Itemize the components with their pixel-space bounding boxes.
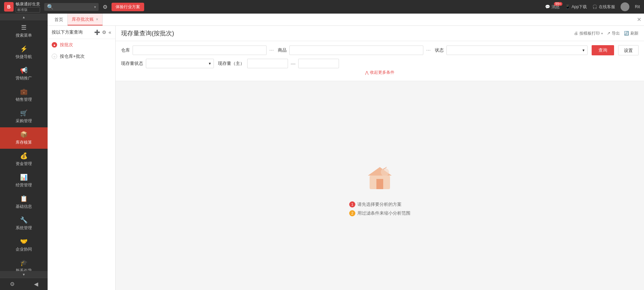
scheme-dot-batch: ● xyxy=(52,42,57,48)
print-dropdown-icon[interactable]: ▾ xyxy=(601,32,603,35)
sidebar-settings-icon[interactable]: ⚙ xyxy=(10,281,15,287)
status-label: 状态 xyxy=(435,47,444,53)
filter-row-2: 现存量状态 ▾ 现存量（主） — xyxy=(121,59,639,68)
svg-point-3 xyxy=(381,168,389,176)
scheme-settings-icon[interactable]: ⚙ xyxy=(102,30,106,35)
sidebar-item-purchase[interactable]: 🛒 采购管理 xyxy=(0,106,48,127)
scheme-dot-warehouse: ○ xyxy=(52,54,57,59)
sidebar-item-marketing[interactable]: 📢 营销推广 xyxy=(0,63,48,85)
sidebar-item-system[interactable]: 🔧 系统管理 xyxy=(0,213,48,234)
sidebar-item-newbie[interactable]: 🎓 新手引导 xyxy=(0,256,48,271)
warehouse-input[interactable] xyxy=(133,46,267,55)
right-main: 现存量查询(按批次) 🖨 按模板打印 ▾ ↗ 导出 🔄 xyxy=(116,26,644,290)
scheme-item-batch[interactable]: ● 按批次 xyxy=(48,39,115,51)
warehouse-dots-icon[interactable]: ··· xyxy=(269,47,274,53)
search-menu-icon: ☰ xyxy=(21,24,27,31)
svg-rect-2 xyxy=(376,179,383,189)
edition-badge: 标准版 xyxy=(16,7,40,13)
scheme-collapse-icon[interactable]: « xyxy=(108,30,111,35)
sidebar-item-operations[interactable]: 📊 经营管理 xyxy=(0,170,48,192)
messages-btn[interactable]: 💬 消息 99+ xyxy=(545,4,560,10)
main-layout: ▲ ☰ 搜索菜单 ⚡ 快捷导航 📢 营销推广 💼 销售管理 🛒 采购管理 xyxy=(0,14,644,290)
inventory-qty-to[interactable] xyxy=(298,59,339,68)
sidebar-label-basic: 基础信息 xyxy=(16,204,32,210)
sidebar-scroll-down[interactable]: ▼ xyxy=(0,271,48,278)
collapse-label: 收起更多条件 xyxy=(370,70,394,75)
user-name[interactable]: Rit xyxy=(635,4,640,9)
sidebar-item-enterprise[interactable]: 🤝 企业协同 xyxy=(0,234,48,256)
scheme-panel-title: 按以下方案查询 xyxy=(52,29,83,35)
sidebar-label-newbie: 新手引导 xyxy=(16,268,32,271)
sidebar-scroll-up[interactable]: ▲ xyxy=(0,14,48,20)
sidebar-label-purchase: 采购管理 xyxy=(16,118,32,124)
scheme-label-batch: 按批次 xyxy=(60,42,73,48)
print-btn[interactable]: 🖨 按模板打印 ▾ xyxy=(574,31,603,36)
sidebar-label-marketing: 营销推广 xyxy=(16,75,32,81)
collapse-btn[interactable]: ⋀ 收起更多条件 xyxy=(121,68,639,77)
purchase-icon: 🛒 xyxy=(20,109,28,117)
sidebar-label-search: 搜索菜单 xyxy=(16,33,32,38)
message-icon: 💬 xyxy=(545,4,550,9)
top-search-input[interactable] xyxy=(55,4,93,9)
tab-inventory-batch[interactable]: 库存批次账 × xyxy=(68,14,103,25)
sidebar: ▲ ☰ 搜索菜单 ⚡ 快捷导航 📢 营销推广 💼 销售管理 🛒 采购管理 xyxy=(0,14,48,290)
company-name: 畅康通好生意 xyxy=(16,1,40,7)
settings-icon[interactable]: ⚙ xyxy=(103,4,107,10)
header-actions: 💬 消息 99+ 📱 App下载 🎧 在线客服 Rit xyxy=(545,2,640,11)
search-icon: 🔍 xyxy=(47,4,54,10)
online-service-btn[interactable]: 🎧 在线客服 xyxy=(592,4,615,10)
app-download-label: App下载 xyxy=(572,4,587,10)
basic-icon: 📋 xyxy=(20,195,28,202)
sidebar-bottom: ⚙ ◀ xyxy=(0,278,48,290)
user-avatar[interactable] xyxy=(621,2,629,11)
tab-panel-close-icon[interactable]: ✕ xyxy=(637,16,641,23)
chevron-down-icon[interactable]: ▾ xyxy=(94,5,96,9)
page-content: 按以下方案查询 ➕ ⚙ « ● 按批次 ○ 按仓库+批次 xyxy=(48,26,644,290)
sidebar-item-sales[interactable]: 💼 销售管理 xyxy=(0,85,48,106)
goods-input[interactable] xyxy=(289,46,423,55)
app-download-btn[interactable]: 📱 App下载 xyxy=(565,4,587,10)
tab-home[interactable]: 首页 xyxy=(50,14,68,25)
refresh-btn[interactable]: 🔄 刷新 xyxy=(624,31,639,36)
filter-area: 仓库 ··· 商品 ··· 状态 xyxy=(116,41,644,81)
sidebar-item-finance[interactable]: 💰 资金管理 xyxy=(0,149,48,170)
online-service-label: 在线客服 xyxy=(599,4,615,10)
content-area: 首页 库存批次账 × ✕ 按以下方案查询 ➕ ⚙ « xyxy=(48,14,644,290)
sidebar-item-inventory[interactable]: 📦 库存核算 xyxy=(0,127,48,149)
export-btn[interactable]: ↗ 导出 xyxy=(607,31,620,36)
top-search-box[interactable]: 🔍 ▾ xyxy=(44,3,99,11)
inventory-status-label: 现存量状态 xyxy=(121,60,143,67)
sidebar-label-enterprise: 企业协同 xyxy=(16,247,32,252)
marketing-icon: 📢 xyxy=(20,67,28,74)
scheme-item-warehouse-batch[interactable]: ○ 按仓库+批次 xyxy=(48,51,115,62)
dash-icon: — xyxy=(291,61,295,66)
export-icon: ↗ xyxy=(607,31,610,36)
printer-icon: 🖨 xyxy=(574,31,578,36)
trial-btn[interactable]: 体验行业方案 xyxy=(112,3,144,11)
status-filter-group: 状态 ▾ xyxy=(435,46,588,55)
inventory-qty-from[interactable] xyxy=(247,59,288,68)
status-select[interactable]: ▾ xyxy=(446,46,588,55)
inventory-status-chevron-down-icon: ▾ xyxy=(209,61,211,66)
sidebar-item-search[interactable]: ☰ 搜索菜单 xyxy=(0,20,48,42)
sidebar-label-sales: 销售管理 xyxy=(16,97,32,103)
inventory-status-select[interactable]: ▾ xyxy=(146,59,214,68)
empty-illustration xyxy=(359,155,400,196)
tip-2-text: 用过滤条件来缩小分析范围 xyxy=(357,210,410,216)
tab-inventory-batch-label: 库存批次账 xyxy=(72,16,94,22)
print-label: 按模板打印 xyxy=(579,31,600,36)
sidebar-label-quick-nav: 快捷导航 xyxy=(16,54,32,60)
goods-dots-icon[interactable]: ··· xyxy=(426,47,430,53)
logo-icon: B xyxy=(4,2,14,12)
inventory-qty-group: 现存量（主） — xyxy=(218,59,339,68)
settings-button[interactable]: 设置 xyxy=(618,45,639,55)
page-header: 现存量查询(按批次) 🖨 按模板打印 ▾ ↗ 导出 🔄 xyxy=(116,26,644,41)
sidebar-item-quick-nav[interactable]: ⚡ 快捷导航 xyxy=(0,42,48,63)
query-button[interactable]: 查询 xyxy=(592,45,614,55)
newbie-icon: 🎓 xyxy=(20,259,28,267)
sidebar-label-system: 系统管理 xyxy=(16,225,32,231)
sidebar-collapse-icon[interactable]: ◀ xyxy=(34,281,38,287)
add-scheme-icon[interactable]: ➕ xyxy=(94,30,100,35)
tab-close-icon[interactable]: × xyxy=(96,17,98,22)
sidebar-item-basic[interactable]: 📋 基础信息 xyxy=(0,192,48,213)
